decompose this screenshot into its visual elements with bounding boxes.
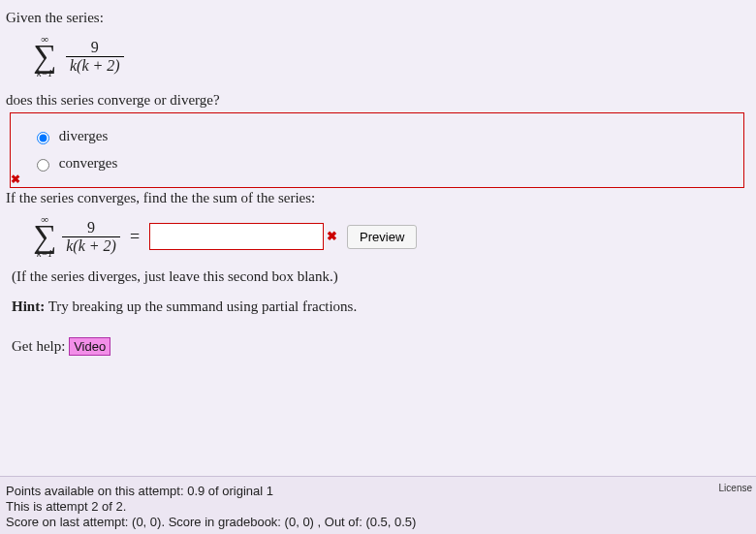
sigma-symbol-2: ∑ [33, 222, 56, 251]
license-link[interactable]: License [719, 483, 752, 493]
numerator-2: 9 [62, 219, 120, 236]
label-diverges: diverges [59, 128, 109, 143]
question-body: Given the series: ∞ ∑ k=1 9 k(k + 2) doe… [0, 0, 756, 355]
fraction-2: 9 k(k + 2) [62, 219, 120, 255]
hint-label: Hint: [12, 298, 45, 314]
second-question-text: If the series converges, find the the su… [6, 190, 750, 206]
footer-bar: License Points available on this attempt… [0, 476, 756, 534]
sigma-symbol: ∑ [33, 42, 56, 71]
denominator-2: k(k + 2) [62, 236, 120, 255]
sum-answer-input[interactable] [149, 223, 324, 250]
sum-answer-row: ∞ ∑ k=1 9 k(k + 2) = ✖ Preview [33, 214, 750, 259]
preview-button[interactable]: Preview [347, 225, 417, 249]
footer-points: Points available on this attempt: 0.9 of… [6, 484, 750, 498]
equals-sign: = [130, 227, 140, 247]
incorrect-mark-icon-2: ✖ [327, 229, 337, 244]
denominator: k(k + 2) [66, 56, 124, 75]
footer-attempt: This is attempt 2 of 2. [6, 499, 750, 514]
sigma-notation: ∞ ∑ k=1 [33, 34, 56, 79]
series-formula-1: ∞ ∑ k=1 9 k(k + 2) [33, 34, 750, 79]
radio-group-convergence: diverges converges ✖ [10, 112, 744, 188]
hint-line: Hint: Try breaking up the summand using … [12, 298, 750, 315]
option-diverges[interactable]: diverges [32, 127, 743, 144]
option-converges[interactable]: converges [32, 154, 743, 172]
hint-text: Try breaking up the summand using partia… [45, 298, 357, 314]
incorrect-mark-icon: ✖ [11, 173, 20, 187]
video-link[interactable]: Video [69, 337, 110, 356]
sigma-notation-2: ∞ ∑ k=1 [33, 214, 56, 259]
question-text: does this series converge or diverge? [6, 92, 750, 109]
numerator: 9 [66, 39, 124, 56]
radio-diverges[interactable] [37, 132, 49, 144]
diverge-note: (If the series diverges, just leave this… [12, 268, 750, 285]
footer-score: Score on last attempt: (0, 0). Score in … [6, 515, 750, 529]
label-converges: converges [59, 155, 118, 171]
help-label: Get help: [12, 338, 69, 354]
fraction: 9 k(k + 2) [66, 39, 124, 75]
prompt-given: Given the series: [6, 10, 750, 26]
radio-converges[interactable] [37, 159, 49, 172]
help-row: Get help: Video [12, 338, 750, 355]
